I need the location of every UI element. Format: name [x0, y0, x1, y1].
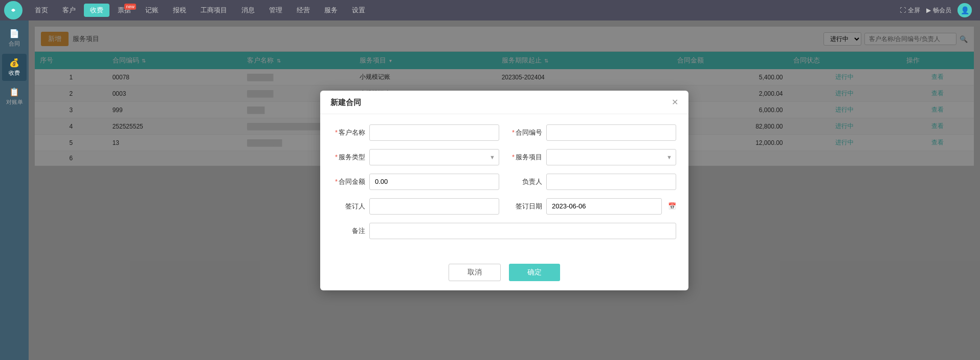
- sidebar-item-contract-label: 合同: [9, 40, 20, 48]
- sign-date-input[interactable]: [546, 198, 662, 215]
- main-content: 新增 服务项目 进行中 已完成 已终止 🔍 序号 合同编: [29, 20, 980, 360]
- form-row-5: 备注: [332, 223, 676, 239]
- form-group-amount: *合同金额: [332, 174, 499, 190]
- new-contract-dialog: 新建合同 ✕ *客户名称 *合同编号: [320, 91, 688, 290]
- dialog-body: *客户名称 *合同编号: [320, 114, 688, 258]
- customer-name-input[interactable]: [369, 124, 499, 141]
- contract-icon: 📄: [9, 29, 19, 38]
- signer-input[interactable]: [369, 198, 499, 215]
- sidebar-item-statement-label: 对账单: [6, 98, 23, 106]
- nav-manage[interactable]: 管理: [263, 4, 288, 17]
- form-group-service-item: *服务项目 ▼: [509, 149, 676, 165]
- amount-input[interactable]: [369, 174, 499, 190]
- vip-button[interactable]: ▶ 畅会员: [926, 6, 951, 15]
- form-group-note: 备注: [332, 223, 676, 239]
- amount-label: *合同金额: [332, 177, 365, 186]
- nav-service[interactable]: 服务: [318, 4, 344, 17]
- dialog-header: 新建合同 ✕: [320, 91, 688, 114]
- dialog-footer: 取消 确定: [320, 258, 688, 290]
- form-row-4: 签订人 签订日期 📅: [332, 198, 676, 215]
- customer-label: *客户名称: [332, 128, 365, 137]
- nav-items: 首页 客户 收费 票据 new 记账 报税 工商项目 消息 管理 经营 服务 设…: [29, 4, 896, 17]
- nav-biz[interactable]: 工商项目: [194, 4, 233, 17]
- cancel-button[interactable]: 取消: [449, 264, 501, 281]
- nav-settings[interactable]: 设置: [346, 4, 371, 17]
- nav-message[interactable]: 消息: [235, 4, 261, 17]
- top-navbar: 首页 客户 收费 票据 new 记账 报税 工商项目 消息 管理 经营 服务 设…: [0, 0, 980, 20]
- play-icon: ▶: [926, 7, 931, 14]
- billing-icon: 💰: [9, 58, 19, 68]
- statement-icon: 📋: [9, 87, 19, 97]
- new-badge: new: [124, 4, 136, 10]
- nav-customer[interactable]: 客户: [56, 4, 82, 17]
- calendar-icon[interactable]: 📅: [668, 202, 676, 210]
- main-layout: 📄 合同 💰 收费 📋 对账单 新增 服务项目 进行中 已完成 已终止: [0, 20, 980, 360]
- vip-label: 畅会员: [933, 6, 951, 15]
- note-input[interactable]: [369, 223, 676, 239]
- sidebar-item-billing-label: 收费: [9, 69, 20, 77]
- service-type-select[interactable]: [369, 149, 499, 165]
- responsible-input[interactable]: [546, 174, 676, 190]
- nav-operation[interactable]: 经营: [291, 4, 316, 17]
- service-type-label: *服务类型: [332, 153, 365, 162]
- dialog-close-button[interactable]: ✕: [672, 98, 678, 107]
- logo: [4, 1, 23, 19]
- contract-no-label: *合同编号: [509, 128, 542, 137]
- fullscreen-button[interactable]: ⛶ 全屏: [900, 6, 920, 15]
- confirm-button[interactable]: 确定: [509, 264, 560, 281]
- sidebar-item-contract[interactable]: 📄 合同: [2, 25, 27, 52]
- note-label: 备注: [332, 226, 365, 236]
- nav-billing[interactable]: 收费: [84, 4, 109, 17]
- form-group-customer: *客户名称: [332, 124, 499, 141]
- fullscreen-icon: ⛶: [900, 7, 906, 14]
- sidebar-item-statement[interactable]: 📋 对账单: [2, 83, 27, 110]
- nav-accounting[interactable]: 记账: [139, 4, 165, 17]
- modal-overlay: 新建合同 ✕ *客户名称 *合同编号: [29, 20, 980, 360]
- form-group-contract-no: *合同编号: [509, 124, 676, 141]
- nav-tax[interactable]: 报税: [167, 4, 192, 17]
- sign-date-label: 签订日期: [509, 202, 542, 211]
- form-group-responsible: 负责人: [509, 174, 676, 190]
- form-group-signer: 签订人: [332, 198, 499, 215]
- service-item-label: *服务项目: [509, 153, 542, 162]
- sidebar-item-billing[interactable]: 💰 收费: [2, 54, 27, 81]
- service-item-select-wrap: ▼: [546, 149, 676, 165]
- nav-invoice[interactable]: 票据 new: [112, 4, 137, 17]
- form-row-1: *客户名称 *合同编号: [332, 124, 676, 141]
- responsible-label: 负责人: [509, 177, 542, 186]
- fullscreen-label: 全屏: [908, 6, 920, 15]
- form-row-3: *合同金额 负责人: [332, 174, 676, 190]
- form-group-sign-date: 签订日期 📅: [509, 198, 676, 215]
- dialog-title: 新建合同: [330, 98, 361, 108]
- contract-no-input[interactable]: [546, 124, 676, 141]
- sidebar: 📄 合同 💰 收费 📋 对账单: [0, 20, 29, 360]
- form-row-2: *服务类型 ▼ *服务项目: [332, 149, 676, 165]
- nav-home[interactable]: 首页: [29, 4, 54, 17]
- form-group-service-type: *服务类型 ▼: [332, 149, 499, 165]
- signer-label: 签订人: [332, 202, 365, 211]
- avatar[interactable]: 👤: [957, 3, 972, 17]
- service-type-select-wrap: ▼: [369, 149, 499, 165]
- nav-right: ⛶ 全屏 ▶ 畅会员 👤: [896, 0, 976, 20]
- service-item-select[interactable]: [546, 149, 676, 165]
